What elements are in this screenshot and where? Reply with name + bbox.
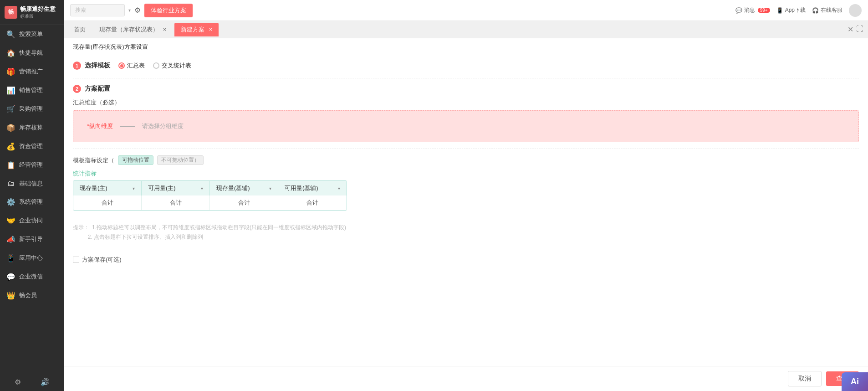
save-checkbox[interactable]	[73, 257, 79, 263]
sidebar-item-wechat[interactable]: 💬 企业微信	[0, 268, 64, 286]
sidebar-sound-icon[interactable]: 🔊	[41, 378, 50, 386]
stats-col-1[interactable]: 可用量(主) ▾	[142, 181, 210, 196]
online-service-label: 在线客服	[821, 6, 842, 14]
stats-cell-2: 合计	[210, 196, 278, 210]
sidebar-item-finance[interactable]: 💰 资金管理	[0, 137, 64, 156]
sidebar-item-quicknav[interactable]: 🏠 快捷导航	[0, 44, 64, 62]
content-header: 现存量(库存状况表)方案设置	[64, 38, 868, 54]
radio-summary[interactable]: 汇总表	[118, 62, 145, 70]
tab-inventory-status-close-icon[interactable]: ×	[163, 26, 167, 33]
sidebar-item-management[interactable]: 📋 经营管理	[0, 156, 64, 175]
online-service-action[interactable]: 🎧 在线客服	[812, 6, 842, 14]
sidebar-item-marketing[interactable]: 🎁 营销推广	[0, 62, 64, 81]
tab-inventory-status[interactable]: 现存量（库存状况表） ×	[93, 23, 173, 36]
indicator-label: 模板指标设定（ 可拖动位置 不可拖动位置）	[73, 155, 859, 165]
sidebar-item-sales[interactable]: 📊 销售管理	[0, 81, 64, 100]
tab-bar: 首页 现存量（库存状况表） × 新建方案 × ✕ ⛶	[64, 21, 868, 38]
avatar[interactable]	[849, 4, 862, 17]
footer-bar: 取消 查询	[64, 366, 868, 391]
search-text: 搜索	[75, 6, 86, 14]
stats-table: 现存量(主) ▾ 可用量(主) ▾ 现存量(基辅) ▾ 可用量(基辅)	[73, 180, 347, 211]
radio-summary-circle	[118, 62, 125, 69]
dim-arrow: ——	[120, 122, 135, 130]
col-arrow-0[interactable]: ▾	[133, 186, 135, 191]
sidebar-item-appcenter[interactable]: 📱 应用中心	[0, 249, 64, 268]
handshake-icon: 🤝	[6, 216, 15, 225]
stats-table-header: 现存量(主) ▾ 可用量(主) ▾ 现存量(基辅) ▾ 可用量(基辅)	[73, 181, 347, 196]
stats-table-body: 合计 合计 合计 合计	[73, 196, 347, 210]
tab-new-scheme[interactable]: 新建方案 ×	[174, 23, 219, 36]
sidebar-item-member[interactable]: 👑 畅会员	[0, 286, 64, 305]
section-divider-2	[73, 149, 859, 149]
sidebar-item-basic[interactable]: 🗂 基础信息	[0, 175, 64, 193]
stats-cell-0: 合计	[73, 196, 142, 210]
sidebar-item-purchase[interactable]: 🛒 采购管理	[0, 100, 64, 118]
ai-badge[interactable]: Ai	[842, 372, 868, 391]
cancel-button[interactable]: 取消	[788, 371, 822, 386]
megaphone-icon: 📣	[6, 235, 15, 244]
sidebar-item-label: 系统管理	[19, 198, 43, 206]
gift-icon: 🎁	[6, 67, 15, 76]
col-arrow-2[interactable]: ▾	[269, 186, 271, 191]
sidebar-item-label: 企业微信	[19, 273, 43, 281]
sidebar-item-label: 采购管理	[19, 105, 43, 113]
section1-title: 1 选择模板 汇总表 交叉统计表	[73, 62, 859, 70]
cart-icon: 🛒	[6, 105, 15, 113]
chat-icon: 💬	[6, 273, 15, 281]
dim-box: *纵向维度 —— 请选择分组维度	[73, 110, 859, 142]
section2-title: 2 方案配置	[73, 85, 859, 93]
sidebar-item-label: 基础信息	[19, 180, 43, 188]
top-bar-right: 💬 消息 99+ 📱 App下载 🎧 在线客服	[735, 4, 862, 17]
stats-col-2-header: 现存量(基辅)	[216, 184, 250, 192]
section1-label: 选择模板	[85, 62, 110, 70]
gear-icon: ⚙️	[6, 198, 15, 206]
app-edition: 标准版	[20, 13, 56, 19]
col-arrow-1[interactable]: ▾	[201, 186, 203, 191]
app-download-action[interactable]: 📱 App下载	[776, 6, 806, 14]
tip-item-1: 2. 点击标题栏下拉可设置排序、插入列和删除列	[73, 233, 859, 241]
sidebar-footer: ⚙ 🔊	[0, 373, 64, 391]
topbar-settings-icon[interactable]: ⚙	[134, 6, 141, 15]
stats-col-2[interactable]: 现存量(基辅) ▾	[210, 181, 278, 196]
tip-text-1: 2. 点击标题栏下拉可设置排序、插入列和删除列	[88, 233, 203, 241]
stats-col-3[interactable]: 可用量(基辅) ▾	[278, 181, 347, 196]
search-bar[interactable]: 搜索	[70, 4, 125, 16]
sidebar-item-search[interactable]: 🔍 搜索菜单	[0, 25, 64, 44]
sidebar-item-inventory[interactable]: 📦 库存核算	[0, 118, 64, 137]
sidebar-item-newguide[interactable]: 📣 新手引导	[0, 230, 64, 249]
tab-close-icon[interactable]: ✕	[848, 25, 853, 34]
sidebar-settings-icon[interactable]: ⚙	[15, 378, 21, 386]
sidebar-item-cooperation[interactable]: 🤝 企业协同	[0, 211, 64, 230]
col-arrow-3[interactable]: ▾	[338, 186, 340, 191]
top-bar-left: 搜索 ▾ ⚙ 体验行业方案	[70, 4, 731, 17]
stats-col-0[interactable]: 现存量(主) ▾	[73, 181, 142, 196]
content-area: 现存量(库存状况表)方案设置 1 选择模板 汇总表 交叉统计表	[64, 38, 868, 391]
tab-expand-icon[interactable]: ⛶	[856, 25, 863, 34]
dropdown-arrow-icon[interactable]: ▾	[128, 8, 131, 13]
radio-cross-circle	[153, 62, 159, 69]
sidebar: 畅 畅康通好生意 标准版 🔍 搜索菜单 🏠 快捷导航 🎁 营销推广 📊 销售管理…	[0, 0, 64, 391]
section-scheme-config: 2 方案配置 汇总维度（必选） *纵向维度 —— 请选择分组维度 模板指标设定（…	[73, 85, 859, 247]
folder-icon: 🗂	[6, 180, 15, 188]
dim-label: 汇总维度（必选）	[73, 98, 859, 107]
sidebar-item-system[interactable]: ⚙️ 系统管理	[0, 193, 64, 211]
stats-cell-3: 合计	[278, 196, 347, 210]
drag-badge: 可拖动位置	[118, 155, 153, 165]
message-action[interactable]: 💬 消息 99+	[735, 6, 770, 14]
radio-summary-label: 汇总表	[127, 62, 145, 70]
sidebar-item-label: 营销推广	[19, 67, 43, 76]
stats-cell-1: 合计	[142, 196, 210, 210]
save-option-label: 方案保存(可选)	[82, 256, 122, 264]
sidebar-item-label: 新手引导	[19, 235, 43, 243]
tab-inventory-status-label: 现存量（库存状况表）	[99, 26, 158, 33]
radio-cross[interactable]: 交叉统计表	[153, 62, 191, 70]
tab-new-scheme-close-icon[interactable]: ×	[209, 26, 213, 33]
scheme-settings: 1 选择模板 汇总表 交叉统计表	[64, 54, 868, 298]
mobile-icon: 📱	[776, 7, 783, 14]
trial-btn[interactable]: 体验行业方案	[144, 4, 193, 17]
section1-num: 1	[73, 62, 81, 70]
box-icon: 📦	[6, 123, 15, 132]
main-area: 搜索 ▾ ⚙ 体验行业方案 💬 消息 99+ 📱 App下载 🎧 在线客服	[64, 0, 868, 391]
save-option: 方案保存(可选)	[73, 256, 859, 291]
tab-home[interactable]: 首页	[68, 23, 91, 36]
